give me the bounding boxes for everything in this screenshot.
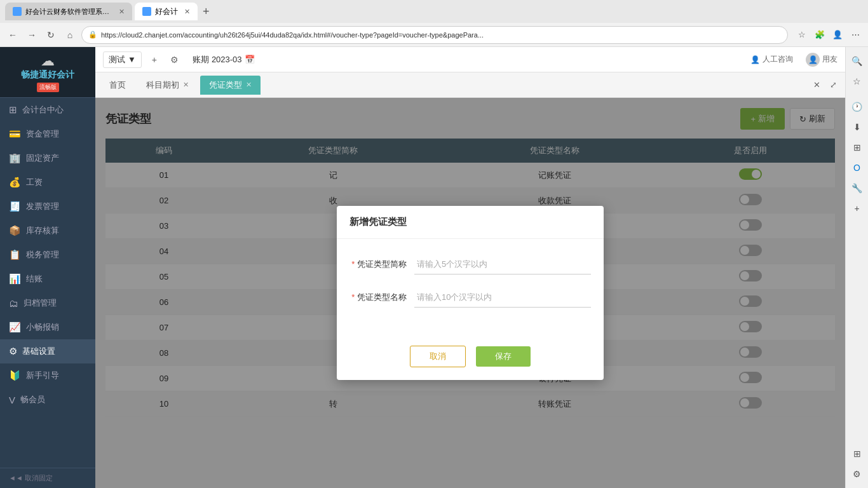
sidebar-item-label: 会计台中心 xyxy=(22,104,64,116)
right-search-icon[interactable]: 🔍 xyxy=(848,52,866,70)
field-short-input[interactable] xyxy=(414,254,591,274)
tab2-title: 好会计 xyxy=(155,6,178,17)
sidebar-bottom[interactable]: ◄◄ 取消固定 xyxy=(0,468,95,488)
right-apps-icon[interactable]: ⊞ xyxy=(848,139,866,156)
back-button[interactable]: ← xyxy=(5,27,20,43)
sidebar-item-label: 工资 xyxy=(26,177,43,188)
menu-icon[interactable]: ⋯ xyxy=(848,27,863,43)
expand-tab-btn[interactable]: ⤢ xyxy=(826,78,840,92)
tab-subject[interactable]: 科目期初 ✕ xyxy=(137,76,198,95)
app-top-bar: 测试 ▼ + ⚙ 账期 2023-03 📅 👤 人工咨询 👤 用友 xyxy=(95,47,845,72)
sidebar-item-archive[interactable]: 🗂 归档管理 xyxy=(0,291,95,315)
tab1-favicon xyxy=(13,7,22,16)
settle-icon: 📊 xyxy=(9,273,21,285)
sidebar-item-label: 发票管理 xyxy=(26,201,59,212)
user-label: 用友 xyxy=(822,54,837,65)
profile-icon[interactable]: 👤 xyxy=(830,27,845,43)
cancel-button[interactable]: 取消 xyxy=(410,346,466,367)
sidebar-item-inventory[interactable]: 📦 库存核算 xyxy=(0,219,95,243)
sidebar-item-dashboard[interactable]: ⊞ 会计台中心 xyxy=(0,98,95,122)
sidebar-item-label: 库存核算 xyxy=(26,225,59,236)
sidebar-item-funds[interactable]: 💳 资金管理 xyxy=(0,122,95,146)
sidebar-item-settings[interactable]: ⚙ 基础设置 xyxy=(0,339,95,363)
sidebar-item-report[interactable]: 📈 小畅报销 xyxy=(0,315,95,339)
new-tab-button[interactable]: + xyxy=(203,5,210,18)
save-button[interactable]: 保存 xyxy=(476,346,531,367)
right-settings-icon[interactable]: ⚙ xyxy=(848,465,866,483)
sidebar-item-label: 归档管理 xyxy=(24,297,57,309)
sidebar-scroll: ⊞ 会计台中心 💳 资金管理 🏢 固定资产 💰 工资 🧾 发票管理 📦 库 xyxy=(0,98,95,468)
sidebar-item-label: 畅会员 xyxy=(20,394,45,405)
right-outlook-icon[interactable]: O xyxy=(848,159,866,177)
user-button[interactable]: 👤 用友 xyxy=(806,53,837,67)
sidebar-item-label: 资金管理 xyxy=(26,128,59,140)
extensions-icon[interactable]: 🧩 xyxy=(812,27,827,43)
app-container: ☁ 畅捷通好会计 流畅版 ⊞ 会计台中心 💳 资金管理 🏢 固定资产 💰 工资 xyxy=(0,47,868,488)
funds-icon: 💳 xyxy=(9,128,21,140)
right-tools-icon[interactable]: 🔧 xyxy=(848,179,866,197)
tab-voucher-close[interactable]: ✕ xyxy=(246,81,252,89)
browser-chrome: 好会计云财务软件管理系统_会计 ✕ 好会计 ✕ + ← → ↻ ⌂ 🔒 http… xyxy=(0,0,868,47)
field-name-label: 凭证类型名称 xyxy=(349,292,407,303)
logo-icon: ☁ xyxy=(41,53,55,69)
dashboard-icon: ⊞ xyxy=(9,104,17,116)
right-grid-icon[interactable]: ⊞ xyxy=(848,445,866,463)
modal: 新增凭证类型 凭证类型简称 凭证类型名称 取消 xyxy=(337,206,604,380)
guide-icon: 🔰 xyxy=(9,370,21,381)
user-avatar: 👤 xyxy=(806,53,820,67)
tab-bar: 好会计云财务软件管理系统_会计 ✕ 好会计 ✕ + xyxy=(0,0,868,23)
field-name-input[interactable] xyxy=(414,287,591,308)
sidebar-item-label: 小畅报销 xyxy=(26,322,59,333)
sidebar-item-invoice[interactable]: 🧾 发票管理 xyxy=(0,194,95,219)
sidebar: ☁ 畅捷通好会计 流畅版 ⊞ 会计台中心 💳 资金管理 🏢 固定资产 💰 工资 xyxy=(0,47,95,488)
tab2-favicon xyxy=(142,7,151,16)
content-area: 凭证类型 + 新增 ↻ 刷新 编码 凭证类型 xyxy=(95,98,845,488)
reload-button[interactable]: ↻ xyxy=(43,27,58,43)
tab-window-controls: ✕ ⤢ xyxy=(810,78,840,92)
star-icon[interactable]: ☆ xyxy=(794,27,810,43)
inventory-icon: 📦 xyxy=(9,225,21,236)
sidebar-item-fixed-assets[interactable]: 🏢 固定资产 xyxy=(0,146,95,170)
tax-icon: 📋 xyxy=(9,249,21,261)
member-icon: V xyxy=(9,395,15,405)
support-button[interactable]: 👤 人工咨询 xyxy=(750,54,793,65)
company-selector[interactable]: 测试 ▼ xyxy=(103,51,142,68)
sidebar-item-settle[interactable]: 📊 结账 xyxy=(0,267,95,291)
support-icon: 👤 xyxy=(750,55,760,64)
tab2-close[interactable]: ✕ xyxy=(184,8,190,16)
main-wrapper: 测试 ▼ + ⚙ 账期 2023-03 📅 👤 人工咨询 👤 用友 xyxy=(95,47,845,488)
field-short: 凭证类型简称 xyxy=(349,254,591,274)
tab-subject-close[interactable]: ✕ xyxy=(183,81,189,89)
address-bar[interactable]: 🔒 https://cloud2.chanjet.com/accounting/… xyxy=(81,26,788,44)
period-value: 2023-03 xyxy=(212,55,242,64)
home-button[interactable]: ⌂ xyxy=(62,27,78,43)
add-button[interactable]: + xyxy=(147,52,162,67)
fixed-assets-icon: 🏢 xyxy=(9,152,21,164)
settings-gear-icon[interactable]: ⚙ xyxy=(167,52,182,67)
period-label: 账期 xyxy=(193,54,209,65)
right-history-icon[interactable]: 🕐 xyxy=(848,98,866,116)
tab1-title: 好会计云财务软件管理系统_会计 xyxy=(25,7,112,17)
sidebar-item-guide[interactable]: 🔰 新手引导 xyxy=(0,363,95,388)
tab-voucher-type[interactable]: 凭证类型 ✕ xyxy=(200,76,261,95)
browser-controls: ← → ↻ ⌂ 🔒 https://cloud2.chanjet.com/acc… xyxy=(0,23,868,47)
forward-button[interactable]: → xyxy=(24,27,39,43)
sidebar-logo: ☁ 畅捷通好会计 流畅版 xyxy=(0,47,95,98)
sidebar-item-label: 税务管理 xyxy=(26,249,59,261)
tab-home[interactable]: 首页 xyxy=(100,76,135,95)
sidebar-item-tax[interactable]: 📋 税务管理 xyxy=(0,243,95,267)
right-star-icon[interactable]: ☆ xyxy=(848,72,866,90)
right-plus-icon[interactable]: + xyxy=(848,200,866,217)
right-download-icon[interactable]: ⬇ xyxy=(848,118,866,136)
minimize-tab-btn[interactable]: ✕ xyxy=(810,78,824,92)
sidebar-item-label: 新手引导 xyxy=(26,370,59,381)
period-info: 账期 2023-03 📅 xyxy=(193,54,255,65)
browser-tab-2[interactable]: 好会计 ✕ xyxy=(135,3,198,20)
sidebar-item-member[interactable]: V 畅会员 xyxy=(0,388,95,412)
tab1-close[interactable]: ✕ xyxy=(119,8,125,16)
browser-tab-1[interactable]: 好会计云财务软件管理系统_会计 ✕ xyxy=(5,3,132,20)
browser-actions: ☆ 🧩 👤 ⋯ xyxy=(794,27,863,43)
calendar-icon[interactable]: 📅 xyxy=(245,55,255,64)
sidebar-item-payroll[interactable]: 💰 工资 xyxy=(0,170,95,194)
field-short-label: 凭证类型简称 xyxy=(349,259,407,270)
